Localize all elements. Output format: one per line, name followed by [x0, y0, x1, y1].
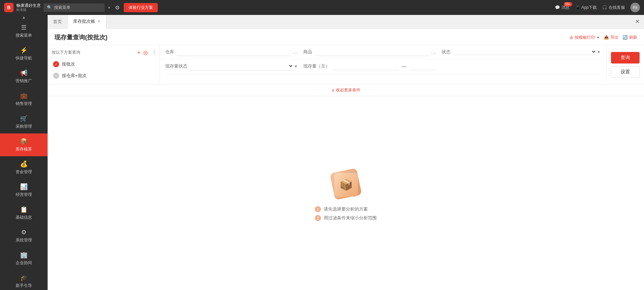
status-dropdown-icon[interactable]: ▼ — [596, 50, 601, 55]
basics-icon: 📋 — [20, 206, 28, 213]
customer-service-button[interactable]: 🎧 在线客服 — [602, 5, 625, 11]
sidebar-item-purchase[interactable]: 🛒 采购管理 — [0, 111, 48, 133]
app-download-icon: 📱 — [575, 5, 580, 10]
sidebar-item-marketing[interactable]: 📢 营销推广 — [0, 65, 48, 88]
app-download-button[interactable]: 📱 App下载 — [575, 5, 597, 11]
scheme-item-by-warehouse-batch[interactable]: ○ 按仓库+批次 — [48, 70, 159, 81]
scheme-item-by-batch[interactable]: ✓ 按批次 — [48, 58, 159, 70]
scheme-header: 按以下方案查询 + ◎ 《 — [48, 48, 159, 58]
scheme-settings-icon[interactable]: ◎ — [143, 49, 148, 56]
purchase-icon: 🛒 — [20, 115, 28, 122]
sidebar-item-sales[interactable]: 💼 销售管理 — [0, 88, 48, 111]
status-filter: 状态 ▼ — [442, 49, 601, 55]
filter-panel: 按以下方案查询 + ◎ 《 ✓ 按批次 ○ — [48, 45, 644, 96]
inventory-status-select[interactable] — [190, 63, 293, 69]
tab-home-label: 首页 — [53, 19, 62, 25]
tab-bar: 首页 库存批次账 ✕ ✕ — [48, 15, 644, 29]
status-select-wrapper — [453, 49, 597, 55]
app-download-label: App下载 — [581, 5, 597, 11]
sidebar-label-quick-nav: 快捷导航 — [16, 55, 32, 61]
inventory-status-dropdown-icon[interactable]: ▼ — [293, 64, 298, 69]
sidebar-label-enterprise: 企业协同 — [16, 260, 32, 266]
tab-inventory-batch[interactable]: 库存批次账 ✕ — [68, 15, 106, 29]
scheme-label-by-warehouse-batch: 按仓库+批次 — [62, 73, 87, 79]
top-bar: B 畅康通好生意 标准版 🔍 搜索菜单 ▼ ⚙ 体验行业方案 💬 消息 99+ … — [0, 0, 644, 15]
quick-nav-icon: ⚡ — [20, 47, 28, 54]
trial-button[interactable]: 体验行业方案 — [124, 3, 158, 12]
product-label: 商品 — [303, 49, 312, 55]
scheme-add-icon[interactable]: + — [137, 50, 140, 56]
sales-icon: 💼 — [20, 92, 28, 99]
top-right-actions: 💬 消息 99+ 📱 App下载 🎧 在线客服 Rit — [555, 3, 640, 12]
page-title: 现存量查询(按批次) — [54, 33, 107, 41]
export-button[interactable]: 📤 导出 — [604, 35, 618, 40]
tip-1-text: 请先选择要分析的方案 — [324, 206, 368, 212]
print-icon: 🖨 — [569, 35, 573, 40]
query-button[interactable]: 查询 — [611, 52, 640, 64]
sidebar-item-newbie[interactable]: 🎓 新手引导 — [0, 270, 48, 290]
inventory-status-dropdown — [190, 62, 293, 71]
product-input[interactable] — [315, 48, 429, 56]
scheme-title: 按以下方案查询 — [52, 50, 80, 55]
refresh-label: 刷新 — [629, 35, 637, 40]
search-icon: 🔍 — [47, 5, 52, 10]
inventory-qty-to[interactable] — [409, 62, 436, 70]
scheme-panel: 按以下方案查询 + ◎ 《 ✓ 按批次 ○ — [48, 45, 160, 84]
sidebar-scroll-up[interactable]: ▲ — [0, 15, 48, 20]
collapse-more-button[interactable]: ∧ 收起更多条件 — [48, 85, 644, 96]
inventory-qty-filter: 现存量（主） — — [303, 62, 436, 70]
warehouse-more-icon[interactable]: … — [292, 49, 298, 55]
system-icon: ⚙ — [21, 229, 27, 236]
tip-2-text: 用过滤条件来缩小分析范围 — [324, 215, 377, 221]
scheme-actions: + ◎ 《 — [137, 49, 155, 56]
inventory-status-label: 现存量状态 — [165, 63, 187, 69]
scheme-collapse-icon[interactable]: 《 — [151, 50, 155, 56]
filter-actions: 查询 设置 — [606, 45, 644, 84]
sidebar-item-basics[interactable]: 📋 基础信息 — [0, 202, 48, 224]
print-dropdown-icon[interactable]: ▼ — [596, 36, 600, 39]
customer-service-icon: 🎧 — [602, 5, 607, 10]
inventory-qty-label: 现存量（主） — [303, 63, 330, 69]
sidebar-label-marketing: 营销推广 — [16, 78, 32, 84]
search-dropdown-arrow[interactable]: ▼ — [107, 6, 111, 10]
sidebar-item-system[interactable]: ⚙ 系统管理 — [0, 224, 48, 247]
empty-state: 📦 1 请先选择要分析的方案 2 用过滤条件来缩小分析范围 — [48, 96, 644, 290]
refresh-icon: 🔄 — [623, 35, 628, 40]
status-select[interactable] — [453, 49, 597, 55]
sidebar-label-finance: 资金管理 — [16, 169, 32, 175]
sidebar-item-enterprise[interactable]: 🏢 企业协同 — [0, 247, 48, 270]
search-menu-icon: ☰ — [21, 24, 27, 31]
filter-settings-button[interactable]: 设置 — [611, 66, 640, 78]
sidebar-item-quick-nav[interactable]: ⚡ 快捷导航 — [0, 42, 48, 65]
sidebar-label-newbie: 新手引导 — [16, 283, 32, 289]
refresh-button[interactable]: 🔄 刷新 — [623, 35, 637, 40]
print-button[interactable]: 🖨 按模板打印 ▼ — [569, 35, 600, 40]
empty-illustration: 📦 — [329, 165, 363, 199]
filter-fields: 仓库 … 商品 … 状态 — [160, 45, 606, 84]
top-settings-icon[interactable]: ⚙ — [114, 3, 121, 12]
sidebar-label-search: 搜索菜单 — [16, 33, 32, 38]
message-button[interactable]: 💬 消息 99+ — [555, 5, 570, 11]
filter-row-main: 按以下方案查询 + ◎ 《 ✓ 按批次 ○ — [48, 45, 644, 85]
avatar[interactable]: Rit — [630, 3, 640, 12]
sidebar-item-inventory[interactable]: 📦 库存核算 — [0, 133, 48, 156]
tab-home[interactable]: 首页 — [48, 15, 68, 29]
inventory-qty-from[interactable] — [333, 62, 399, 70]
sidebar-item-search[interactable]: ☰ 搜索菜单 — [0, 20, 48, 42]
sidebar-label-operations: 经营管理 — [16, 192, 32, 198]
tab-panel-close-button[interactable]: ✕ — [630, 15, 644, 29]
sidebar-label-basics: 基础信息 — [16, 215, 32, 220]
collapse-chevron-up-icon: ∧ — [332, 88, 335, 93]
sidebar-item-finance[interactable]: 💰 资金管理 — [0, 156, 48, 179]
sidebar-item-operations[interactable]: 📊 经营管理 — [0, 179, 48, 202]
warehouse-input[interactable] — [177, 48, 291, 56]
status-label: 状态 — [442, 49, 451, 55]
tab-close-icon[interactable]: ✕ — [97, 19, 101, 24]
page-actions: 🖨 按模板打印 ▼ 📤 导出 🔄 刷新 — [569, 35, 637, 40]
customer-service-label: 在线客服 — [609, 5, 625, 11]
search-bar[interactable]: 🔍 搜索菜单 — [44, 3, 105, 12]
product-more-icon[interactable]: … — [431, 49, 436, 55]
newbie-icon: 🎓 — [20, 274, 28, 282]
inventory-icon: 📦 — [20, 138, 28, 145]
sidebar-label-system: 系统管理 — [16, 237, 32, 243]
